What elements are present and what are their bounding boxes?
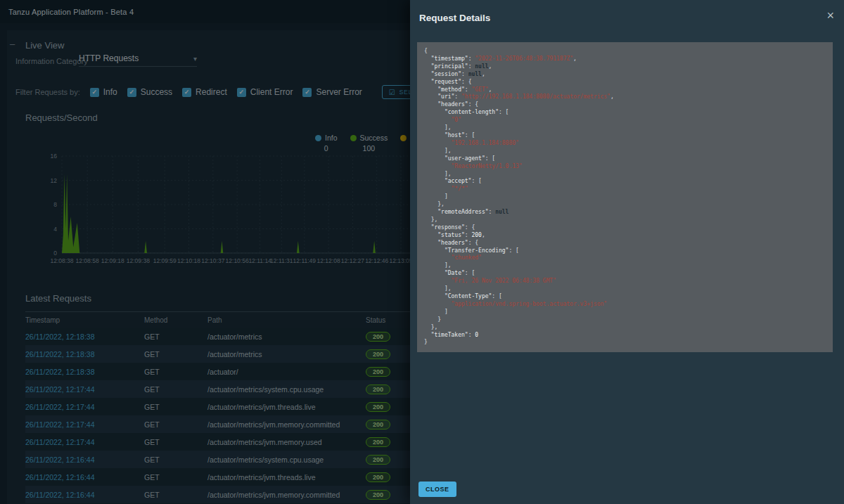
code-line: "remoteAddress": null [424,209,826,217]
code-line: ], [424,285,826,293]
code-line: "*/*" [424,186,826,193]
code-line: ], [424,124,826,132]
request-details-drawer: Request Details × { "timestamp": "2022-1… [410,0,844,504]
code-line: "Fri, 26 Nov 2022 06:48:38 GMT" [424,278,826,285]
code-line: ], [424,148,826,155]
code-line: "application/vnd.spring-boot.actuator.v3… [424,301,826,309]
code-line: ] [424,309,826,316]
code-line: "user-agent": [ [424,155,826,163]
close-icon[interactable]: × [826,9,834,22]
code-line: ], [424,262,826,270]
code-line: { [424,48,826,56]
code-line: "status": 200, [424,232,826,240]
code-line: "uri": "http://192.168.1.184:8080/actuat… [424,93,826,101]
code-line: }, [424,201,826,209]
code-line: "192.168.1.184:8080" [424,140,826,148]
code-line: }, [424,324,826,332]
code-line: "chunked" [424,254,826,262]
code-line: "timeTaken": 0 [424,332,826,340]
request-json-code: { "timestamp": "2022-11-26T06:48:38.7911… [417,42,833,352]
code-line: "timestamp": "2022-11-26T06:48:38.791187… [424,56,826,63]
code-line: "content-length": [ [424,109,826,117]
code-line: "principal": null, [424,63,826,71]
code-line: "host": [ [424,132,826,140]
drawer-title: Request Details [419,13,490,23]
code-line: "0" [424,117,826,124]
code-line: }, [424,217,826,224]
code-line: "response": { [424,224,826,232]
code-line: "request": { [424,79,826,86]
code-line: "accept": [ [424,178,826,186]
code-line: ] [424,193,826,201]
code-line: "Content-Type": [ [424,293,826,301]
app-root: Tanzu Application Platform - Beta 4 – Li… [0,0,844,504]
code-line: "Date": [ [424,270,826,278]
code-line: "session": null, [424,71,826,79]
code-line: } [424,339,826,347]
code-line: "headers": { [424,101,826,109]
code-line: } [424,316,826,324]
code-line: "ReactorNetty/1.0.13" [424,163,826,171]
close-button[interactable]: CLOSE [418,482,456,497]
code-line: ], [424,171,826,179]
code-line: "method": "GET", [424,86,826,94]
code-line: "headers": { [424,240,826,247]
code-line: "Transfer-Encoding": [ [424,247,826,255]
